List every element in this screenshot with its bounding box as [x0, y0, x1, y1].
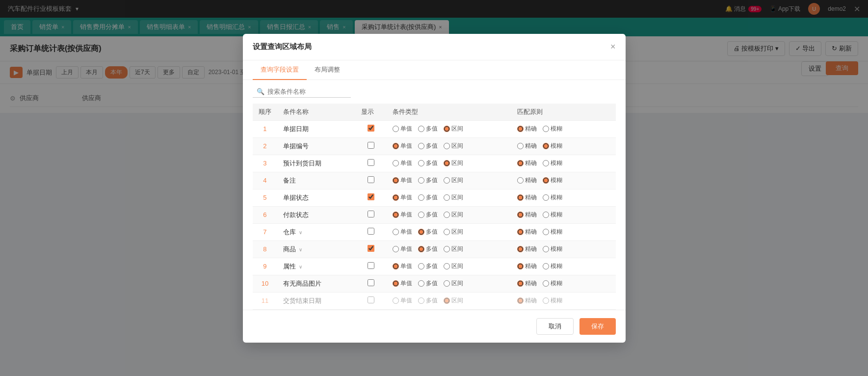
modal-overlay: 设置查询区域布局 × 查询字段设置 布局调整 🔍 顺序 条件名称 显示 [0, 0, 868, 113]
col-header-type: 条件类型 [387, 104, 511, 113]
search-input[interactable] [267, 88, 346, 95]
col-header-match: 匹配原则 [511, 104, 615, 113]
modal-title: 设置查询区域布局 [253, 42, 312, 52]
settings-modal: 设置查询区域布局 × 查询字段设置 布局调整 🔍 顺序 条件名称 显示 [243, 34, 626, 113]
modal-tabs: 查询字段设置 布局调整 [243, 60, 626, 80]
col-header-order: 顺序 [253, 104, 278, 113]
modal-close-btn[interactable]: × [610, 42, 616, 52]
search-box: 🔍 [253, 86, 351, 98]
modal-table-wrap: 顺序 条件名称 显示 条件类型 匹配原则 1 单据日期 [243, 104, 626, 113]
table-header-row: 顺序 条件名称 显示 条件类型 匹配原则 [253, 104, 616, 113]
conditions-table: 顺序 条件名称 显示 条件类型 匹配原则 1 单据日期 [253, 104, 616, 113]
search-icon: 🔍 [257, 88, 264, 95]
tab-layout[interactable]: 布局调整 [307, 60, 348, 80]
modal-header: 设置查询区域布局 × [243, 34, 626, 60]
col-header-show: 显示 [355, 104, 387, 113]
col-header-name: 条件名称 [277, 104, 355, 113]
modal-search-area: 🔍 [243, 80, 626, 104]
tab-query-fields[interactable]: 查询字段设置 [253, 60, 307, 80]
